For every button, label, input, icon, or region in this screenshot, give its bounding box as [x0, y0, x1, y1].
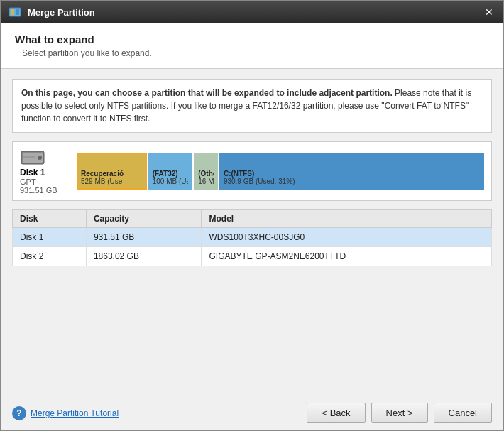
title-bar: Merge Partition ✕ [1, 1, 503, 23]
disk-drive-icon [20, 148, 45, 168]
disk-visual-row: Disk 1 GPT 931.51 GB Recuperació 529 MB … [20, 148, 484, 195]
partition-recovery-label: Recuperació [81, 170, 143, 178]
disk-name-label: Disk 1 [20, 168, 45, 178]
help-link[interactable]: Merge Partition Tutorial [31, 408, 119, 418]
partition-ntfs-sublabel: 930.9 GB (Used: 31%) [224, 178, 480, 185]
svg-rect-1 [11, 9, 14, 15]
row2-model: GIGABYTE GP-ASM2NE6200TTTD [202, 247, 492, 266]
help-icon[interactable]: ? [12, 406, 26, 420]
svg-point-5 [38, 156, 42, 160]
table-row[interactable]: Disk 2 1863.02 GB GIGABYTE GP-ASM2NE6200… [13, 247, 492, 266]
partitions-bar: Recuperació 529 MB (Use (FAT32) 100 MB (… [77, 153, 484, 190]
footer-buttons: < Back Next > Cancel [307, 403, 492, 423]
disk-visual-container: Disk 1 GPT 931.51 GB Recuperació 529 MB … [12, 141, 492, 201]
footer: ? Merge Partition Tutorial < Back Next >… [1, 395, 503, 430]
partition-fat32-label: (FAT32) [153, 170, 189, 178]
cancel-button[interactable]: Cancel [434, 403, 492, 423]
svg-rect-6 [23, 156, 35, 158]
header-section: What to expand Select partition you like… [1, 23, 503, 69]
col-header-disk: Disk [13, 210, 87, 228]
header-title: What to expand [15, 33, 489, 45]
back-button[interactable]: < Back [307, 403, 365, 423]
window-title: Merge Partition [28, 7, 482, 18]
row2-disk: Disk 2 [13, 247, 87, 266]
table-row[interactable]: Disk 1 931.51 GB WDS100T3XHC-00SJG0 [13, 228, 492, 247]
next-button[interactable]: Next > [371, 403, 428, 423]
dialog-window: Merge Partition ✕ What to expand Select … [0, 0, 504, 431]
main-content: On this page, you can choose a partition… [1, 69, 503, 395]
partition-ntfs[interactable]: C:(NTFS) 930.9 GB (Used: 31%) [219, 153, 484, 190]
info-bold: On this page, you can choose a partition… [21, 88, 393, 98]
close-button[interactable]: ✕ [482, 5, 496, 19]
partition-fat32-sublabel: 100 MB (Use [153, 178, 189, 185]
app-icon [8, 5, 22, 19]
col-header-model: Model [202, 210, 492, 228]
partition-fat32[interactable]: (FAT32) 100 MB (Use [148, 153, 193, 190]
partition-other-sublabel: 16 MB [198, 178, 214, 185]
footer-left: ? Merge Partition Tutorial [12, 406, 307, 420]
row1-disk: Disk 1 [13, 228, 87, 247]
row1-model: WDS100T3XHC-00SJG0 [202, 228, 492, 247]
col-header-capacity: Capacity [86, 210, 202, 228]
header-subtitle: Select partition you like to expand. [15, 48, 489, 58]
partition-ntfs-label: C:(NTFS) [224, 170, 480, 178]
partition-other[interactable]: (Other) 16 MB [194, 153, 218, 190]
partition-recovery-sublabel: 529 MB (Use [81, 178, 143, 185]
disk-label-area: Disk 1 GPT 931.51 GB [20, 148, 71, 195]
partition-recovery[interactable]: Recuperació 529 MB (Use [77, 153, 147, 190]
row2-capacity: 1863.02 GB [86, 247, 202, 266]
row1-capacity: 931.51 GB [86, 228, 202, 247]
disk-size-label: 931.51 GB [20, 186, 57, 195]
partition-other-label: (Other) [198, 170, 214, 178]
svg-rect-2 [16, 9, 19, 15]
info-box: On this page, you can choose a partition… [12, 79, 492, 133]
disk-type-label: GPT [20, 178, 36, 186]
disk-table: Disk Capacity Model Disk 1 931.51 GB WDS… [12, 209, 492, 266]
